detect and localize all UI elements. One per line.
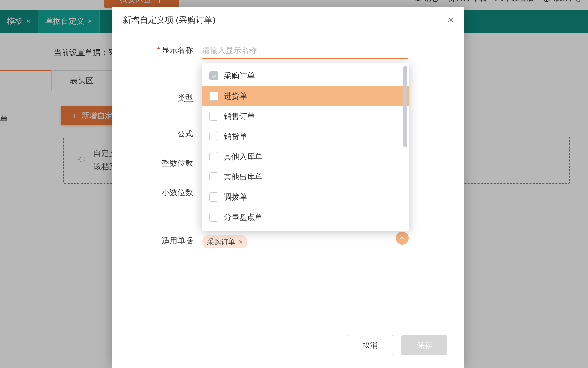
collapse-dropdown-button[interactable] [396, 232, 409, 245]
dropdown-option-label: 分量盘点单 [224, 212, 263, 222]
dropdown-scrollbar[interactable] [403, 66, 407, 147]
checkbox-icon[interactable] [209, 92, 218, 101]
applicable-doc-field[interactable]: 采购订单 × [202, 234, 408, 252]
dropdown-option[interactable]: 调拨单 [202, 187, 409, 207]
row-display-name: *显示名称 请输入显示名称 采购订单进货单销售订单销货单其他入库单其他出库单调拨… [144, 43, 444, 71]
dropdown-option[interactable]: 其他出库单 [202, 167, 409, 187]
modal-footer: 取消 保存 [112, 322, 464, 368]
checkbox-icon[interactable] [209, 71, 218, 80]
dropdown-option-label: 进货单 [224, 91, 247, 101]
checkbox-icon[interactable] [209, 112, 218, 121]
dropdown-option[interactable]: 销售订单 [202, 106, 409, 126]
dropdown-option-label: 采购订单 [224, 71, 255, 81]
label-type: 类型 [144, 91, 193, 103]
label-text: 显示名称 [162, 46, 193, 54]
checkbox-icon[interactable] [209, 132, 218, 141]
row-applicable-doc: 适用单据 采购订单 × [144, 234, 444, 252]
save-button[interactable]: 保存 [401, 335, 447, 355]
applicable-doc-dropdown[interactable]: 采购订单进货单销售订单销货单其他入库单其他出库单调拨单分量盘点单 [202, 63, 409, 231]
checkbox-icon[interactable] [209, 192, 218, 202]
cancel-button[interactable]: 取消 [347, 335, 393, 355]
dropdown-option[interactable]: 其他入库单 [202, 147, 409, 167]
display-name-input[interactable] [202, 43, 408, 59]
modal-body: *显示名称 请输入显示名称 采购订单进货单销售订单销货单其他入库单其他出库单调拨… [112, 33, 464, 322]
cancel-label: 取消 [362, 340, 378, 350]
save-label: 保存 [416, 340, 432, 350]
dropdown-option[interactable]: 销货单 [202, 126, 409, 147]
label-formula: 公式 [144, 127, 193, 139]
checkbox-icon[interactable] [209, 152, 218, 161]
applicable-doc-tag: 采购订单 × [202, 235, 247, 248]
modal-title: 新增自定义项 (采购订单) [123, 14, 216, 26]
dropdown-option[interactable]: 进货单 [202, 86, 409, 106]
dropdown-option[interactable]: 采购订单 [202, 66, 409, 86]
modal-header: 新增自定义项 (采购订单) [112, 7, 464, 33]
remove-tag-icon[interactable]: × [239, 238, 243, 246]
label-display-name: *显示名称 [144, 43, 193, 55]
dropdown-option-label: 销售订单 [224, 111, 255, 121]
dropdown-option-label: 调拨单 [224, 192, 247, 202]
text-cursor [251, 237, 251, 247]
label-dec-digits: 小数位数 [144, 185, 193, 198]
add-custom-field-modal: 新增自定义项 (采购订单) *显示名称 请输入显示名称 采购订单进货单销售订单销… [112, 7, 464, 368]
dropdown-option[interactable]: 分量盘点单 [202, 207, 409, 227]
dropdown-option-label: 其他出库单 [224, 172, 263, 182]
dropdown-option-label: 销货单 [224, 131, 247, 142]
label-int-digits: 整数位数 [144, 156, 193, 168]
required-asterisk: * [157, 46, 160, 54]
field-display-name: 请输入显示名称 采购订单进货单销售订单销货单其他入库单其他出库单调拨单分量盘点单 [202, 43, 444, 71]
checkbox-icon[interactable] [209, 213, 218, 222]
checkbox-icon[interactable] [209, 172, 218, 181]
tag-label: 采购订单 [207, 237, 235, 247]
label-applicable-doc: 适用单据 [144, 234, 193, 246]
modal-close-button[interactable] [446, 15, 455, 25]
dropdown-option-label: 其他入库单 [224, 151, 263, 162]
